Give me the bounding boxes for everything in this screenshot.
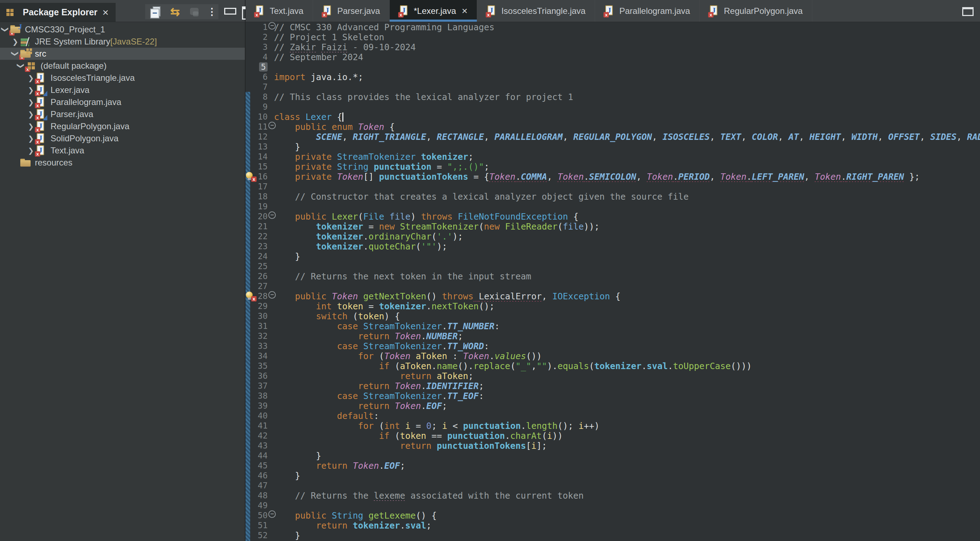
gutter-cell[interactable]: 49 [245,500,274,511]
tree-item-src[interactable]: ❯xsrc [0,48,245,60]
tree-item-isoscelestrianglejava[interactable]: ❯JxIsoscelesTriangle.java [0,72,245,84]
gutter-cell[interactable]: 30 [245,311,274,321]
gutter-cell[interactable]: 1 [245,22,274,32]
tree-item-parallelogramjava[interactable]: ❯JxParallelogram.java [0,96,245,108]
gutter-cell[interactable]: 2 [245,32,274,42]
gutter-cell[interactable]: 19 [245,202,274,212]
gutter-cell[interactable]: x16 [245,172,274,181]
gutter-cell[interactable]: 46 [245,471,274,481]
gutter-cell[interactable]: 10 [245,112,274,122]
code-editor[interactable]: 1// CMSC 330 Advanced Programming Langua… [245,22,980,541]
code-token: ( [390,431,400,441]
gutter-cell[interactable]: 24 [245,251,274,261]
link-with-editor-icon[interactable]: ⇆ [168,6,182,18]
tree-item-cmsc330project1[interactable]: ❯JxCMSC330_Project_1 [0,24,245,36]
gutter-cell[interactable]: 6 [245,72,274,82]
tree-item-textjava[interactable]: ❯JxText.java [0,145,245,157]
tree-item-jresystemlibrary[interactable]: ❯JRE System Library [JavaSE-22] [0,36,245,48]
tree-item-parserjava[interactable]: ❯JxParser.java [0,108,245,120]
tree-item-regularpolygonjava[interactable]: ❯JxRegularPolygon.java [0,120,245,132]
gutter-cell[interactable]: 7 [245,82,274,92]
gutter-cell[interactable]: 48 [245,490,274,500]
error-quickfix-icon[interactable]: x [246,172,255,181]
gutter-cell[interactable]: 23 [245,241,274,251]
gutter-cell[interactable]: x28 [245,291,274,301]
tree-item-defaultpackage[interactable]: ❯x(default package) [0,60,245,72]
editor-tab-parserjava[interactable]: JxParser.java [313,0,390,22]
tree-item-resources[interactable]: ❯resources [0,157,245,169]
chevron-expanded-icon[interactable]: ❯ [17,61,25,70]
gutter-cell[interactable]: 15 [245,162,274,172]
editor-tab-textjava[interactable]: JxText.java [245,0,313,22]
gutter-cell[interactable]: 27 [245,281,274,291]
editor-tab-parallelogramjava[interactable]: JxParallelogram.java [595,0,700,22]
minimize-view-icon[interactable] [223,6,235,18]
restore-editor-icon[interactable] [961,5,974,17]
gutter-cell[interactable]: 31 [245,321,274,331]
chevron-expanded-icon[interactable]: ❯ [1,25,10,34]
code-token: . [379,461,384,471]
gutter-cell[interactable]: 50 [245,511,274,520]
gutter-cell[interactable]: 43 [245,441,274,450]
editor-tab-regularpolygonjava[interactable]: JxRegularPolygon.java [700,0,812,22]
gutter-cell[interactable]: 36 [245,371,274,381]
tab-close-icon[interactable]: × [462,5,468,17]
gutter-cell[interactable]: 40 [245,411,274,421]
gutter-cell[interactable]: 18 [245,191,274,202]
gutter-cell[interactable]: 35 [245,361,274,371]
chevron-collapsed-icon[interactable]: ❯ [26,134,36,143]
gutter-cell[interactable]: 38 [245,391,274,401]
package-explorer-view-tab[interactable]: Package Explorer × [0,3,116,22]
gutter-cell[interactable]: 52 [245,530,274,540]
view-tab-close-icon[interactable]: × [102,7,110,18]
tree-item-solidpolygonjava[interactable]: ❯JxSolidPolygon.java [0,132,245,145]
gutter-cell[interactable]: 8 [245,92,274,102]
chevron-collapsed-icon[interactable]: ❯ [26,86,36,94]
gutter-cell[interactable]: 45 [245,461,274,471]
collapse-all-icon[interactable] [150,6,162,18]
chevron-collapsed-icon[interactable]: ❯ [11,37,20,46]
chevron-collapsed-icon[interactable]: ❯ [26,122,36,130]
gutter-cell[interactable]: 11 [245,122,274,132]
gutter-cell[interactable]: 21 [245,221,274,231]
gutter-cell[interactable]: 17 [245,181,274,191]
gutter-cell[interactable]: 39 [245,401,274,411]
gutter-cell[interactable]: 47 [245,481,274,490]
gutter-cell[interactable]: 13 [245,142,274,152]
code-token: length [526,421,558,431]
gutter-cell[interactable]: 41 [245,421,274,431]
gutter-cell[interactable]: 51 [245,520,274,530]
gutter-cell[interactable]: 33 [245,341,274,351]
chevron-collapsed-icon[interactable]: ❯ [26,146,36,155]
editor-tab-lexerjava[interactable]: Jx*Lexer.java× [390,0,477,22]
gutter-cell[interactable]: 42 [245,431,274,441]
gutter-cell[interactable]: 44 [245,450,274,461]
code-token: LexicalError [479,291,542,301]
gutter-cell[interactable]: 26 [245,271,274,281]
gutter-cell[interactable]: 4 [245,52,274,62]
chevron-expanded-icon[interactable]: ❯ [11,49,19,58]
gutter-cell[interactable]: 37 [245,381,274,391]
gutter-cell[interactable]: 5 [245,62,274,72]
gutter-cell[interactable]: 14 [245,152,274,162]
chevron-collapsed-icon[interactable]: ❯ [26,74,36,82]
error-quickfix-icon[interactable]: x [246,291,255,301]
code-token: tokenizer [316,241,363,251]
gutter-cell[interactable]: 12 [245,132,274,142]
gutter-cell[interactable]: 32 [245,331,274,341]
gutter-cell[interactable]: 29 [245,301,274,311]
gutter-cell[interactable]: 9 [245,102,274,112]
gutter-cell[interactable]: 34 [245,351,274,361]
tree-item-label: src [35,49,46,59]
gutter-cell[interactable]: 20 [245,212,274,221]
view-menu-icon[interactable]: ⋮ [207,6,214,18]
chevron-collapsed-icon[interactable]: ❯ [26,110,36,119]
editor-tab-isoscelestrianglejava[interactable]: JxIsoscelesTriangle.java [477,0,595,22]
code-token: . [746,172,752,182]
code-token: : [484,341,489,351]
tree-item-lexerjava[interactable]: ❯JxLexer.java [0,84,245,96]
chevron-collapsed-icon[interactable]: ❯ [26,98,36,107]
gutter-cell[interactable]: 25 [245,261,274,271]
gutter-cell[interactable]: 22 [245,231,274,241]
gutter-cell[interactable]: 3 [245,42,274,52]
